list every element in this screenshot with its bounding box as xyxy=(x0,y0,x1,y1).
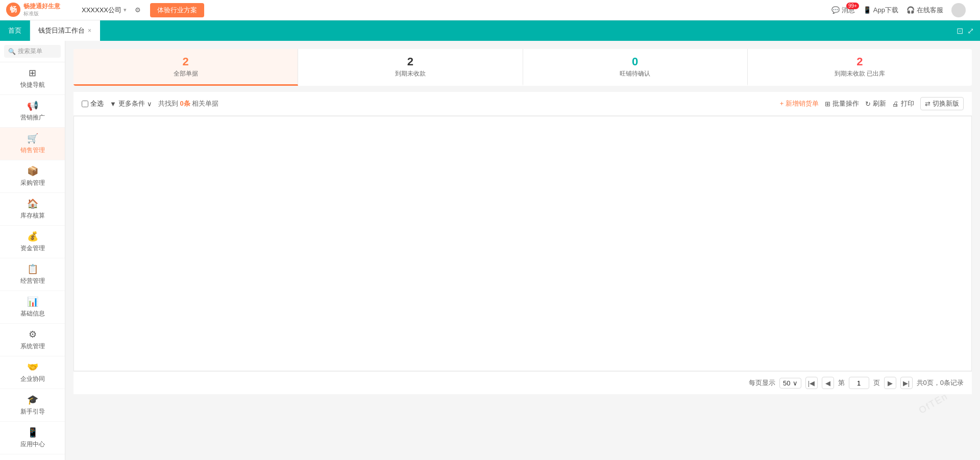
select-all-checkbox[interactable]: 全选 xyxy=(82,99,104,108)
trial-button[interactable]: 体验行业方案 xyxy=(150,3,204,17)
tab-workbench-label: 钱货日清工作台 xyxy=(38,26,85,35)
logo-area: 畅 畅捷通好生意 标准版 xyxy=(6,3,71,17)
guide-icon: 🎓 xyxy=(27,394,38,405)
sidebar-item-sales[interactable]: 🛒 销售管理 xyxy=(0,128,65,160)
stats-count-wangpu: 0 xyxy=(533,55,737,68)
stats-tab-wangpu[interactable]: 0 旺铺待确认 xyxy=(523,49,748,86)
sidebar-item-inventory[interactable]: 🏠 库存核算 xyxy=(0,193,65,226)
tab-workbench[interactable]: 钱货日清工作台 × xyxy=(30,20,100,41)
sidebar-item-marketing[interactable]: 📢 营销推广 xyxy=(0,95,65,128)
tab-home[interactable]: 首页 xyxy=(0,20,30,41)
stats-tab-overdue[interactable]: 2 到期未收款 xyxy=(298,49,523,86)
sidebar-item-label: 企业协同 xyxy=(20,375,45,383)
sidebar-item-guide[interactable]: 🎓 新手引导 xyxy=(0,389,65,422)
tab-close-icon[interactable]: × xyxy=(88,27,91,34)
stats-count-overdue: 2 xyxy=(308,55,512,68)
switch-label: 切换新版 xyxy=(933,99,959,108)
stats-count-all: 2 xyxy=(84,55,287,68)
search-label: 搜索菜单 xyxy=(18,47,42,56)
main-content: 2 全部单据 2 到期未收款 0 旺铺待确认 2 到期未收款 已出库 全选 ▼ … xyxy=(65,41,980,460)
settings-button[interactable]: ⚙ xyxy=(131,3,145,17)
sidebar-item-finance[interactable]: 💰 资金管理 xyxy=(0,226,65,258)
base-info-icon: 📊 xyxy=(27,296,38,307)
result-text: 共找到 0条 相关单据 xyxy=(158,99,218,108)
page-suffix: 页 xyxy=(873,378,880,388)
gear-icon: ⚙ xyxy=(135,6,141,14)
sales-icon: 🛒 xyxy=(27,133,38,144)
page-prev-button[interactable]: ◀ xyxy=(822,377,834,389)
page-last-button[interactable]: ▶| xyxy=(900,377,913,389)
operations-icon: 📋 xyxy=(27,263,38,275)
stats-tab-all[interactable]: 2 全部单据 xyxy=(74,49,298,86)
page-size-chevron: ∨ xyxy=(793,379,798,387)
sidebar-item-base-info[interactable]: 📊 基础信息 xyxy=(0,291,65,324)
download-icon: 📱 xyxy=(863,6,871,14)
stats-label-overdue: 到期未收款 xyxy=(308,69,512,78)
page-next-button[interactable]: ▶ xyxy=(884,377,896,389)
select-all-label: 全选 xyxy=(90,99,104,108)
sidebar-item-label: 快捷导航 xyxy=(20,81,45,89)
pagination: 每页显示 50 ∨ |◀ ◀ 第 页 ▶ ▶| 共0页，0条记录 xyxy=(74,371,972,394)
page-number-input[interactable] xyxy=(849,377,869,389)
sidebar-item-label: 基础信息 xyxy=(20,309,45,318)
service-icon: 🎧 xyxy=(906,6,915,14)
online-service-button[interactable]: 🎧 在线客服 xyxy=(906,6,943,15)
refresh-label: 刷新 xyxy=(873,99,886,108)
stats-label-shipped: 到期未收款 已出库 xyxy=(758,69,962,78)
stats-label-all: 全部单据 xyxy=(84,69,287,78)
logo-text: 畅捷通好生意 xyxy=(23,3,60,10)
sidebar-item-purchase[interactable]: 📦 采购管理 xyxy=(0,160,65,193)
sidebar-item-label: 库存核算 xyxy=(20,211,45,220)
filter-chevron-icon: ∨ xyxy=(147,100,152,108)
sidebar-item-label: 应用中心 xyxy=(20,440,45,449)
switch-icon: ⇄ xyxy=(925,100,930,108)
message-badge: 99+ xyxy=(846,3,859,9)
sidebar-item-label: 系统管理 xyxy=(20,342,45,351)
tab-minimize-icon[interactable]: ⊡ xyxy=(957,26,963,36)
sidebar-item-operations[interactable]: 📋 经营管理 xyxy=(0,258,65,291)
stats-label-wangpu: 旺铺待确认 xyxy=(533,69,737,78)
batch-icon: ⊞ xyxy=(825,100,830,108)
sidebar-item-quicknav[interactable]: ⊞ 快捷导航 xyxy=(0,62,65,95)
print-label: 打印 xyxy=(901,99,914,108)
sidebar-item-label: 经营管理 xyxy=(20,277,45,285)
toolbar: 全选 ▼ 更多条件 ∨ 共找到 0条 相关单据 + 新增销货单 ⊞ 批量操作 ↻… xyxy=(74,92,972,116)
refresh-button[interactable]: ↻ 刷新 xyxy=(865,99,886,108)
avatar[interactable] xyxy=(951,3,966,17)
system-icon: ⚙ xyxy=(29,329,37,340)
page-first-button[interactable]: |◀ xyxy=(805,377,818,389)
quicknav-icon: ⊞ xyxy=(29,67,36,79)
inventory-icon: 🏠 xyxy=(27,198,38,209)
sidebar-search-inner[interactable]: 🔍 搜索菜单 xyxy=(4,45,61,58)
stats-count-shipped: 2 xyxy=(758,55,962,68)
message-button[interactable]: 💬 消息 99+ xyxy=(831,6,855,15)
stats-tabs: 2 全部单据 2 到期未收款 0 旺铺待确认 2 到期未收款 已出库 xyxy=(74,49,972,86)
switch-version-button[interactable]: ⇄ 切换新版 xyxy=(920,97,964,110)
stats-tab-shipped[interactable]: 2 到期未收款 已出库 xyxy=(748,49,972,86)
print-button[interactable]: 🖨 打印 xyxy=(892,99,914,108)
page-label: 第 xyxy=(838,378,845,388)
result-count: 0条 xyxy=(180,100,190,107)
page-size-select[interactable]: 50 ∨ xyxy=(779,378,801,389)
sidebar-item-label: 资金管理 xyxy=(20,244,45,253)
sidebar-item-label: 营销推广 xyxy=(20,113,45,122)
filter-icon: ▼ xyxy=(110,100,116,108)
finance-icon: 💰 xyxy=(27,231,38,242)
filter-label: 更多条件 xyxy=(118,99,145,108)
add-sales-button[interactable]: + 新增销货单 xyxy=(780,99,819,108)
sidebar-item-enterprise[interactable]: 🤝 企业协同 xyxy=(0,356,65,389)
filter-button[interactable]: ▼ 更多条件 ∨ xyxy=(110,99,152,108)
total-info: 共0页，0条记录 xyxy=(917,378,964,388)
sidebar-item-wechat[interactable]: 💬 企业微信 xyxy=(0,454,65,460)
company-selector[interactable]: XXXXXX公司 ▾ xyxy=(82,6,127,15)
sidebar-item-apps[interactable]: 📱 应用中心 xyxy=(0,422,65,454)
select-all-input[interactable] xyxy=(82,101,88,107)
tab-expand-icon[interactable]: ⤢ xyxy=(967,26,974,36)
sidebar-search[interactable]: 🔍 搜索菜单 xyxy=(0,41,65,62)
top-header: 畅 畅捷通好生意 标准版 XXXXXX公司 ▾ ⚙ 体验行业方案 💬 消息 99… xyxy=(0,0,980,20)
app-download-button[interactable]: 📱 App下载 xyxy=(863,6,898,15)
sidebar-item-system[interactable]: ⚙ 系统管理 xyxy=(0,324,65,356)
tab-home-label: 首页 xyxy=(8,26,21,35)
company-name: XXXXXX公司 xyxy=(82,6,121,15)
batch-button[interactable]: ⊞ 批量操作 xyxy=(825,99,859,108)
